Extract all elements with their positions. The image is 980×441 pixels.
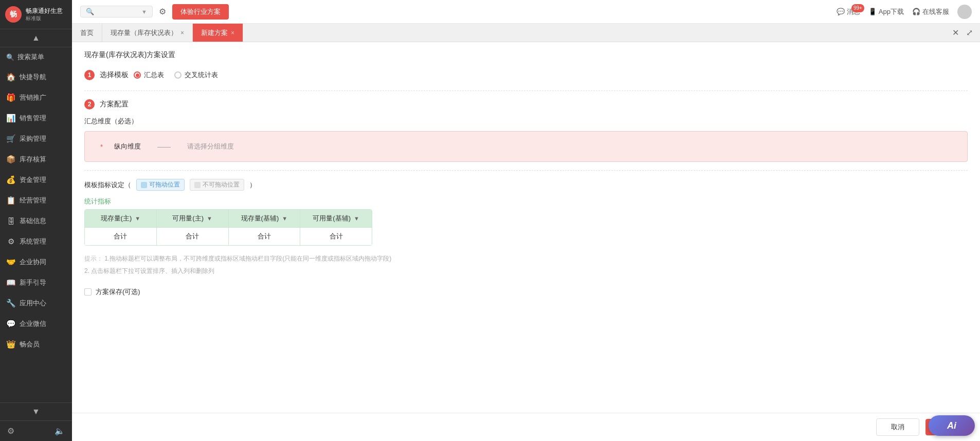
- save-checkbox-row: 方案保存(可选): [84, 287, 968, 297]
- sidebar-item-guide[interactable]: 📖 新手引导: [0, 272, 72, 293]
- topbar-search-icon: 🔍: [86, 8, 94, 15]
- sidebar-item-management[interactable]: 📋 经营管理: [0, 190, 72, 211]
- search-icon: 🔍: [6, 53, 14, 61]
- stats-col-body-val-0: 合计: [114, 232, 127, 241]
- indicator-setting-end: ）: [249, 180, 256, 190]
- stats-col-header-3[interactable]: 可用量(基辅) ▼: [300, 210, 372, 228]
- stats-col-body-0: 合计: [85, 228, 156, 245]
- tab-home-label: 首页: [80, 28, 94, 38]
- sidebar-search[interactable]: 🔍 搜索菜单: [0, 47, 72, 67]
- sidebar-item-label: 库存核算: [20, 155, 46, 164]
- indicator-setting-row: 模板指标设定（ 可拖动位置 不可拖动位置 ）: [84, 179, 968, 191]
- sidebar-item-appstore[interactable]: 🔧 应用中心: [0, 293, 72, 314]
- save-checkbox[interactable]: [84, 288, 92, 296]
- quicknav-icon: 🏠: [6, 72, 15, 82]
- section-template: 1 选择模板 汇总表 交叉统计表: [84, 70, 968, 80]
- sidebar-item-basic[interactable]: 🗄 基础信息: [0, 211, 72, 231]
- radio-cross-label: 交叉统计表: [185, 70, 218, 80]
- sidebar-item-inventory[interactable]: 📦 库存核算: [0, 149, 72, 170]
- divider2: [84, 170, 968, 171]
- tab-new-plan-close[interactable]: ×: [231, 29, 234, 36]
- app-download-label: App下载: [879, 7, 904, 16]
- sidebar-item-sales[interactable]: 📊 销售管理: [0, 108, 72, 128]
- sidebar-item-label: 新手引导: [20, 278, 46, 287]
- col-chevron-0: ▼: [135, 215, 140, 222]
- sidebar-item-quicknav[interactable]: 🏠 快捷导航: [0, 67, 72, 87]
- appstore-icon: 🔧: [6, 299, 15, 308]
- stats-col-2: 现存量(基辅) ▼ 合计: [229, 210, 301, 245]
- cancel-button[interactable]: 取消: [876, 418, 919, 436]
- ai-label: Ai: [947, 420, 956, 431]
- weixin-icon: 💬: [6, 319, 15, 328]
- sidebar-item-system[interactable]: ⚙ 系统管理: [0, 231, 72, 252]
- app-download-item[interactable]: 📱 App下载: [868, 7, 904, 16]
- sidebar-item-finance[interactable]: 💰 资金管理: [0, 170, 72, 190]
- required-star: *: [100, 143, 103, 151]
- user-avatar[interactable]: [957, 5, 972, 19]
- stats-col-header-0[interactable]: 现存量(主) ▼: [85, 210, 156, 228]
- sidebar-item-purchase[interactable]: 🛒 采购管理: [0, 128, 72, 149]
- main-area: 🔍 ▼ ⚙ 体验行业方案 💬 消息 99+ 📱 App下载 🎧 在线客服: [72, 0, 980, 441]
- tab-inventory-label: 现存量（库存状况表）: [111, 28, 177, 38]
- col-chevron-2: ▼: [282, 215, 287, 222]
- stats-col-header-label-1: 可用量(主): [172, 214, 204, 223]
- sales-icon: 📊: [6, 114, 15, 123]
- topbar-gear-icon[interactable]: ⚙: [157, 5, 168, 19]
- sidebar-item-label: 系统管理: [20, 237, 46, 246]
- tab-close-btn[interactable]: ✕: [949, 26, 962, 40]
- section1-title: 选择模板: [100, 70, 129, 80]
- tab-new-plan[interactable]: 新建方案 ×: [193, 24, 243, 42]
- drag-tag-color: [141, 182, 147, 188]
- online-service-label: 在线客服: [922, 7, 949, 16]
- management-icon: 📋: [6, 196, 15, 205]
- tip1: 提示： 1.拖动标题栏可以调整布局，不可跨维度或指标区域拖动栏目字段(只能在同一…: [84, 252, 968, 265]
- indicator-setting-label: 模板指标设定（: [84, 180, 131, 190]
- vertical-dim-label: 纵向维度: [114, 142, 141, 151]
- volume-icon[interactable]: 🔈: [55, 426, 65, 436]
- dimension-area: * 纵向维度 —— 请选择分组维度: [84, 131, 968, 162]
- sidebar-item-label: 基础信息: [20, 216, 46, 226]
- online-service-item[interactable]: 🎧 在线客服: [912, 7, 949, 16]
- industry-plan-button[interactable]: 体验行业方案: [172, 4, 229, 20]
- stats-col-header-1[interactable]: 可用量(主) ▼: [157, 210, 228, 228]
- drag-tag: 可拖动位置: [136, 179, 185, 191]
- sidebar-item-collab[interactable]: 🤝 企业协同: [0, 252, 72, 272]
- radio-summary-circle: [134, 71, 141, 79]
- radio-cross[interactable]: 交叉统计表: [174, 70, 218, 80]
- topbar-search-input[interactable]: [97, 8, 138, 15]
- tabs-right-buttons: ✕ ⤢: [949, 26, 980, 40]
- tab-expand-btn[interactable]: ⤢: [963, 26, 976, 40]
- purchase-icon: 🛒: [6, 134, 15, 143]
- tab-inventory-status[interactable]: 现存量（库存状况表） ×: [102, 24, 193, 42]
- stats-col-1: 可用量(主) ▼ 合计: [157, 210, 229, 245]
- message-badge: 99+: [851, 4, 864, 12]
- stats-col-body-1: 合计: [157, 228, 228, 245]
- radio-summary[interactable]: 汇总表: [134, 70, 164, 80]
- settings-icon[interactable]: ⚙: [7, 426, 14, 436]
- no-drag-tag: 不可拖动位置: [190, 179, 244, 191]
- message-item[interactable]: 💬 消息 99+: [837, 7, 860, 16]
- message-icon: 💬: [837, 8, 845, 15]
- topbar-search-dropdown-icon[interactable]: ▼: [141, 9, 147, 15]
- sidebar-scroll-up[interactable]: ▲: [0, 31, 72, 45]
- stats-col-header-2[interactable]: 现存量(基辅) ▼: [229, 210, 300, 228]
- topbar-search-area[interactable]: 🔍 ▼: [80, 6, 153, 17]
- tab-new-plan-label: 新建方案: [201, 28, 228, 38]
- sidebar-item-label: 采购管理: [20, 134, 46, 143]
- sidebar-item-marketing[interactable]: 🎁 营销推广: [0, 87, 72, 108]
- radio-summary-label: 汇总表: [144, 70, 164, 80]
- sidebar-item-label: 企业微信: [20, 319, 46, 328]
- ai-float-button[interactable]: Ai: [929, 415, 975, 436]
- summary-dim-label: 汇总维度（必选）: [84, 117, 968, 126]
- sidebar-item-member[interactable]: 👑 畅会员: [0, 334, 72, 355]
- sidebar-item-weixin[interactable]: 💬 企业微信: [0, 314, 72, 334]
- marketing-icon: 🎁: [6, 93, 15, 102]
- sidebar-scroll-down[interactable]: ▼: [0, 405, 72, 418]
- tab-inventory-close[interactable]: ×: [180, 29, 184, 36]
- section-config: 2 方案配置 汇总维度（必选） * 纵向维度 —— 请选择分组维度 模板指标设定…: [84, 99, 968, 297]
- dim-placeholder: 请选择分组维度: [187, 142, 234, 151]
- tab-home[interactable]: 首页: [72, 24, 102, 42]
- guide-icon: 📖: [6, 278, 15, 287]
- sidebar-item-label: 企业协同: [20, 258, 46, 267]
- stats-col-body-2: 合计: [229, 228, 300, 245]
